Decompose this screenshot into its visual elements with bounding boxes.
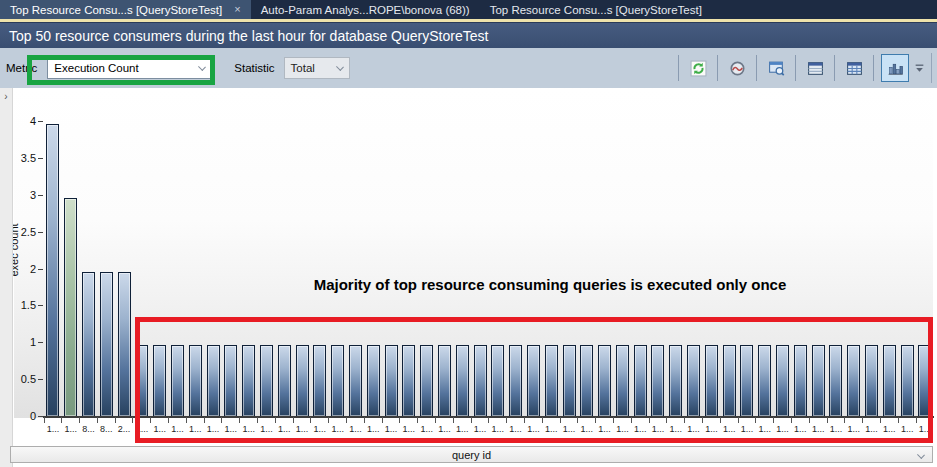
tab-top-resource-consumers-2[interactable]: Top Resource Consu...s [QueryStoreTest] (480, 0, 712, 19)
collapsed-panel-splitter[interactable]: › (0, 88, 13, 467)
statistic-dropdown[interactable]: Total (284, 57, 350, 79)
tab-top-resource-consumers-active[interactable]: Top Resource Consu...s [QueryStoreTest] … (0, 0, 251, 19)
statistic-dropdown-value: Total (291, 62, 315, 74)
bar-query-43[interactable] (794, 345, 807, 417)
x-tick-label: 1... (471, 424, 489, 435)
bar-query-20[interactable] (385, 345, 398, 417)
toolbar-overflow-button[interactable] (914, 63, 925, 74)
bar-query-4[interactable] (100, 272, 113, 418)
bar-query-40[interactable] (740, 345, 753, 417)
bar-query-47[interactable] (865, 345, 878, 417)
bar-query-18[interactable] (349, 345, 362, 417)
bar-slot (507, 88, 525, 417)
y-tick-mark (38, 342, 43, 343)
report-toolbar: Metric Execution Count Statistic Total (0, 48, 937, 88)
bar-query-12[interactable] (242, 345, 255, 417)
bar-query-21[interactable] (402, 345, 415, 417)
bar-query-41[interactable] (758, 345, 771, 417)
bar-slot (151, 88, 169, 417)
bar-query-15[interactable] (296, 345, 309, 417)
bar-query-50[interactable] (918, 345, 931, 417)
x-tick-label: 1... (791, 424, 809, 435)
y-tick-mark (38, 195, 43, 196)
bar-slot (364, 88, 382, 417)
x-tick-label: 1... (614, 424, 632, 435)
bar-slot (62, 88, 80, 417)
bar-query-38[interactable] (705, 345, 718, 417)
bar-query-25[interactable] (474, 345, 487, 417)
x-tick-label: 1... (222, 424, 240, 435)
bar-query-23[interactable] (438, 345, 451, 417)
x-tick-label: 1... (809, 424, 827, 435)
bar-query-34[interactable] (634, 345, 647, 417)
bar-query-30[interactable] (563, 345, 576, 417)
x-axis-selector[interactable]: query id (10, 446, 933, 463)
close-icon[interactable]: × (234, 4, 240, 15)
x-tick-label: 1... (916, 424, 934, 435)
bar-query-31[interactable] (580, 345, 593, 417)
bar-query-24[interactable] (456, 345, 469, 417)
bar-slot (204, 88, 222, 417)
bar-query-5[interactable] (118, 272, 131, 418)
x-tick-label: 1... (169, 424, 187, 435)
bar-query-48[interactable] (883, 345, 896, 417)
bar-query-2[interactable] (64, 198, 77, 417)
x-tick-label: 1... (685, 424, 703, 435)
bar-slot (186, 88, 204, 417)
bar-query-44[interactable] (812, 345, 825, 417)
bar-slot (614, 88, 632, 417)
bar-query-14[interactable] (278, 345, 291, 417)
toolbar-divider (931, 53, 932, 83)
bar-query-16[interactable] (313, 345, 326, 417)
bar-query-39[interactable] (723, 345, 736, 417)
bar-query-36[interactable] (669, 345, 682, 417)
bar-query-26[interactable] (491, 345, 504, 417)
bar-query-33[interactable] (616, 345, 629, 417)
x-tick-label: 1... (596, 424, 614, 435)
bar-slot (863, 88, 881, 417)
bar-query-17[interactable] (331, 345, 344, 417)
bar-query-32[interactable] (598, 345, 611, 417)
bar-slot (880, 88, 898, 417)
bar-slot (489, 88, 507, 417)
bar-slot (791, 88, 809, 417)
grid-view-button[interactable] (803, 56, 827, 80)
bar-query-45[interactable] (829, 345, 842, 417)
tab-auto-param-analysis[interactable]: Auto-Param Analys...ROPE\bonova (68)) (251, 0, 480, 19)
bar-query-42[interactable] (776, 345, 789, 417)
bar-query-46[interactable] (847, 345, 860, 417)
x-tick-label: 1... (275, 424, 293, 435)
x-tick-label: 1... (204, 424, 222, 435)
x-tick-label: 1... (364, 424, 382, 435)
x-tick-label: 1... (151, 424, 169, 435)
bar-query-6[interactable] (135, 345, 148, 417)
expand-panel-icon: › (0, 91, 12, 102)
x-tick-label: 1... (738, 424, 756, 435)
bar-query-28[interactable] (527, 345, 540, 417)
bar-query-1[interactable] (46, 124, 59, 417)
grid-view-alt-button[interactable] (842, 56, 866, 80)
track-query-button[interactable] (725, 56, 749, 80)
bar-query-35[interactable] (651, 345, 664, 417)
bar-slot (133, 88, 151, 417)
view-query-text-button[interactable] (764, 56, 788, 80)
bar-query-22[interactable] (420, 345, 433, 417)
bar-query-37[interactable] (687, 345, 700, 417)
bar-query-9[interactable] (189, 345, 202, 417)
bar-query-8[interactable] (171, 345, 184, 417)
bar-query-13[interactable] (260, 345, 273, 417)
bar-query-27[interactable] (509, 345, 522, 417)
bar-query-3[interactable] (82, 272, 95, 418)
bar-query-11[interactable] (224, 345, 237, 417)
bar-query-7[interactable] (153, 345, 166, 417)
bar-slot (631, 88, 649, 417)
bar-query-29[interactable] (545, 345, 558, 417)
bar-slot (382, 88, 400, 417)
chart-view-button[interactable] (881, 54, 909, 82)
refresh-button[interactable] (686, 56, 710, 80)
bar-query-49[interactable] (901, 345, 914, 417)
document-tab-bar: Top Resource Consu...s [QueryStoreTest] … (0, 0, 937, 19)
bar-query-10[interactable] (207, 345, 220, 417)
bar-query-19[interactable] (367, 345, 380, 417)
metric-dropdown[interactable]: Execution Count (47, 57, 212, 79)
